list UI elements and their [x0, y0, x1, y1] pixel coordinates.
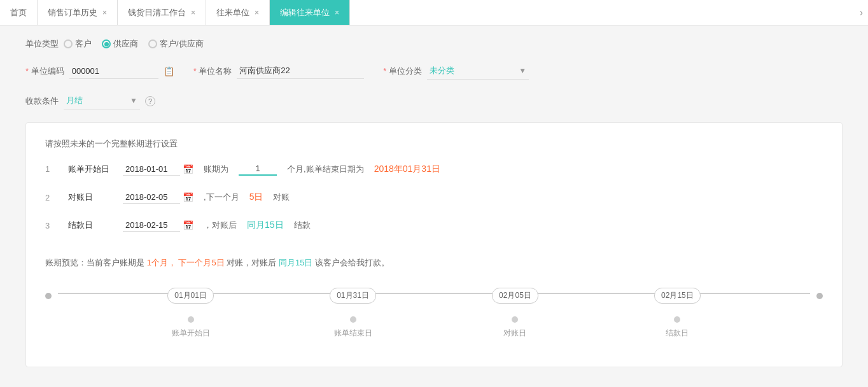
preview-reconcile: 下一个月5日 [178, 258, 224, 267]
row-2-number: 2 [45, 193, 58, 202]
row-1-date-wrap: 2018-01-01 📅 [123, 163, 193, 176]
tab-sales-history-label: 销售订单历史 [48, 7, 97, 18]
row-3-label: 结款日 [68, 220, 113, 231]
tab-partner-label: 往来单位 [216, 7, 249, 18]
payment-condition-label: 收款条件 [25, 95, 59, 107]
unit-category-value: 未分类 [430, 65, 514, 76]
row-2-suffix-pre: ,下一个月 [204, 192, 239, 203]
radio-both-circle [148, 39, 157, 48]
timeline-end-circle [816, 293, 823, 299]
radio-both[interactable]: 客户/供应商 [148, 38, 204, 50]
unit-code-input[interactable] [69, 64, 158, 79]
timeline-dot-2 [350, 316, 356, 323]
unit-code-label: 单位编码 [25, 66, 64, 77]
timeline-end-dot [816, 293, 823, 299]
preview-1-month: 1个月， [147, 258, 176, 267]
preview-payment: 同月15日 [279, 258, 312, 267]
timeline-label-3: 对账日 [503, 328, 526, 339]
payment-condition-value: 月结 [66, 95, 125, 106]
tab-cash-work-label: 钱货日清工作台 [128, 7, 186, 18]
timeline-node-4: 02月15日 结款日 [654, 288, 701, 339]
payment-condition-field: 收款条件 月结 ▼ ? [25, 92, 155, 109]
main-content: 单位类型 客户 供应商 客户/供应商 单位编码 📋 [0, 25, 868, 387]
unit-name-input[interactable] [237, 64, 364, 79]
timeline-badge-4: 02月15日 [654, 288, 701, 304]
row-2-date-value: 2018-02-05 [123, 191, 180, 204]
row-1-number: 1 [45, 164, 58, 174]
row-1-suffix-pre: 账期为 [204, 164, 228, 175]
timeline: 01月01日 账单开始日 01月31日 账单结束日 02月05日 对账日 02月… [45, 281, 823, 351]
payment-condition-help[interactable]: ? [145, 96, 155, 106]
timeline-label-4: 结款日 [666, 328, 689, 339]
unit-type-label: 单位类型 [25, 38, 59, 50]
timeline-node-2: 01月31日 账单结束日 [330, 288, 376, 339]
unit-name-label: 单位名称 [193, 66, 232, 77]
tab-partner-close[interactable]: × [255, 8, 259, 17]
tab-edit-partner[interactable]: 编辑往来单位 × [270, 0, 350, 25]
row-2-label: 对账日 [68, 192, 113, 203]
payment-condition-arrow: ▼ [130, 96, 137, 105]
timeline-badge-3: 02月05日 [492, 288, 538, 304]
timeline-dot-3 [512, 316, 518, 323]
tab-home[interactable]: 首页 [0, 0, 38, 25]
radio-customer[interactable]: 客户 [64, 38, 92, 50]
row-2-date-wrap: 2018-02-05 📅 [123, 191, 193, 204]
tab-home-label: 首页 [10, 7, 27, 18]
timeline-label-1: 账单开始日 [172, 328, 210, 339]
row-3-highlight: 同月15日 [247, 220, 284, 231]
radio-customer-label: 客户 [75, 38, 92, 50]
tabs-arrow[interactable]: › [855, 7, 868, 18]
card-description: 请按照未来的一个完整帐期进行设置 [45, 138, 823, 150]
timeline-start-dot [45, 293, 52, 299]
timeline-node-3: 02月05日 对账日 [492, 288, 538, 339]
payment-condition-dropdown[interactable]: 月结 ▼ [64, 92, 140, 109]
row-1-calendar-icon[interactable]: 📅 [183, 164, 193, 174]
row-1-highlight: 2018年01月31日 [374, 164, 440, 175]
unit-info-row: 单位编码 📋 单位名称 单位分类 未分类 ▼ [25, 62, 843, 80]
settlement-row: 3 结款日 2018-02-15 📅 ，对账后 同月15日 结款 [45, 219, 823, 232]
unit-type-radios: 客户 供应商 客户/供应商 [64, 38, 204, 50]
row-3-calendar-icon[interactable]: 📅 [183, 220, 193, 230]
unit-type-row: 单位类型 客户 供应商 客户/供应商 [25, 38, 843, 50]
tab-cash-work-close[interactable]: × [191, 8, 195, 17]
timeline-badge-1: 01月01日 [167, 288, 214, 304]
unit-name-field: 单位名称 [193, 64, 365, 79]
timeline-start-circle [45, 293, 52, 299]
payment-condition-row: 收款条件 月结 ▼ ? [25, 92, 843, 109]
timeline-node-1: 01月01日 账单开始日 [167, 288, 214, 339]
row-2-calendar-icon[interactable]: 📅 [183, 192, 193, 202]
unit-code-field: 单位编码 📋 [25, 64, 174, 79]
unit-type-field: 单位类型 客户 供应商 客户/供应商 [25, 38, 204, 50]
row-3-suffix-pre: ，对账后 [204, 220, 237, 231]
timeline-items: 01月01日 账单开始日 01月31日 账单结束日 02月05日 对账日 02月… [45, 288, 823, 339]
tab-cash-work[interactable]: 钱货日清工作台 × [118, 0, 206, 25]
preview-suffix: 该客户会给我打款。 [315, 258, 389, 267]
row-2-highlight-day: 5日 [249, 192, 263, 203]
unit-code-icon[interactable]: 📋 [164, 66, 174, 76]
row-1-label: 账单开始日 [68, 164, 113, 175]
row-2-suffix-post: 对账 [273, 192, 290, 203]
period-input[interactable] [239, 162, 277, 176]
row-1-suffix-post: 个月,账单结束日期为 [287, 164, 364, 175]
unit-category-field: 单位分类 未分类 ▼ [383, 62, 529, 80]
radio-both-label: 客户/供应商 [160, 38, 204, 50]
radio-supplier-label: 供应商 [113, 38, 138, 50]
unit-category-dropdown[interactable]: 未分类 ▼ [427, 62, 529, 80]
timeline-badge-2: 01月31日 [330, 288, 376, 304]
timeline-dot-1 [188, 316, 194, 323]
timeline-label-2: 账单结束日 [334, 328, 372, 339]
tab-sales-history[interactable]: 销售订单历史 × [38, 0, 118, 25]
tab-sales-history-close[interactable]: × [102, 8, 107, 17]
row-3-date-wrap: 2018-02-15 📅 [123, 219, 193, 232]
unit-category-label: 单位分类 [383, 66, 422, 77]
tab-edit-partner-label: 编辑往来单位 [280, 7, 330, 18]
radio-customer-circle [64, 39, 73, 48]
reconcile-row: 2 对账日 2018-02-05 📅 ,下一个月 5日 对账 [45, 191, 823, 204]
preview-section: 账期预览：当前客户账期是 1个月， 下一个月5日 对账，对账后 同月15日 该客… [45, 247, 823, 269]
timeline-dot-4 [674, 316, 680, 323]
tabs-bar: 首页 销售订单历史 × 钱货日清工作台 × 往来单位 × 编辑往来单位 × › [0, 0, 868, 25]
tab-edit-partner-close[interactable]: × [335, 8, 339, 17]
tab-partner[interactable]: 往来单位 × [206, 0, 270, 25]
account-start-row: 1 账单开始日 2018-01-01 📅 账期为 个月,账单结束日期为 2018… [45, 162, 823, 176]
radio-supplier[interactable]: 供应商 [102, 38, 138, 50]
